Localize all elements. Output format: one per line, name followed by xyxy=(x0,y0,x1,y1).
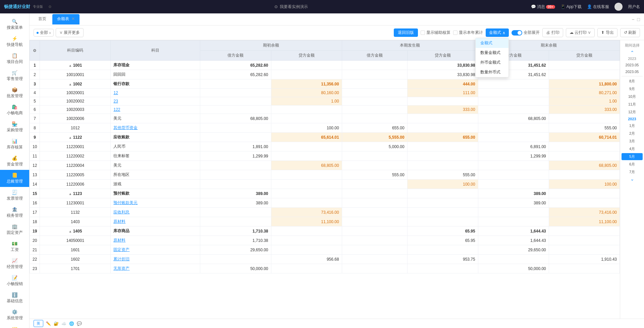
style-dropdown-button[interactable]: 金额式 ∧ 金额式 数量金额式 外币金额式 数量外币式 xyxy=(486,28,509,37)
tab-balance[interactable]: 余额表 ✕ xyxy=(52,14,79,24)
refresh-button[interactable]: ↺ 刷新 xyxy=(620,28,640,37)
user-avatar[interactable] xyxy=(614,3,623,11)
show-ytd-checkbox[interactable]: 显示本年累计 xyxy=(453,30,483,36)
row-subject[interactable]: 固定资产 xyxy=(111,245,200,255)
sidebar-item-search[interactable]: 🔍 搜索菜单 xyxy=(0,16,29,33)
month-4[interactable]: 4月 xyxy=(622,145,643,152)
month-5[interactable]: 5月 xyxy=(622,153,643,160)
month-9[interactable]: 9月 xyxy=(622,85,643,92)
row-code: 10020002 xyxy=(40,97,111,106)
expand-more-button[interactable]: ∨ 展开更多 xyxy=(56,28,84,37)
online-service[interactable]: 👤 在线客服 xyxy=(587,4,609,10)
row-subject[interactable]: 累计折旧 xyxy=(111,255,200,264)
row-subject[interactable]: 其他货币资金 xyxy=(111,123,200,133)
sidebar-item-ecommerce[interactable]: 🛍️ 小畅电商 xyxy=(0,102,29,119)
month-1[interactable]: 1月 xyxy=(622,122,643,129)
sidebar-item-ledger[interactable]: 📒 总账管理 xyxy=(0,170,29,187)
export-button[interactable]: ⬆ 导出 xyxy=(597,28,617,37)
sidebar-item-quicknav[interactable]: ⚡ 快捷导航 xyxy=(0,33,29,50)
style-option-qty-foreign[interactable]: 数量外币式 xyxy=(476,67,508,77)
month-12[interactable]: 12月 xyxy=(622,109,643,116)
demo-text[interactable]: 我要看实例演示 xyxy=(280,4,308,10)
row-subject[interactable]: 应收利息 xyxy=(111,208,200,217)
row-subject[interactable]: 12 xyxy=(111,89,200,97)
toolbar-left: 全部 › ∨ 展开更多 xyxy=(34,28,84,37)
row-subject[interactable]: 预付账款美元 xyxy=(111,198,200,208)
edit-icon[interactable]: ✏️ xyxy=(46,321,51,326)
row-opening-debit xyxy=(200,79,271,89)
sidebar-item-fixed-assets[interactable]: 🏢 固定资产 xyxy=(0,221,29,238)
month-3[interactable]: 3月 xyxy=(622,138,643,145)
row-subject[interactable]: 23 xyxy=(111,97,200,106)
cloud-icon-1[interactable]: ☁️ xyxy=(61,321,66,326)
style-option-amount[interactable]: 金额式 xyxy=(476,38,508,48)
tab-home[interactable]: 首页 xyxy=(34,14,51,24)
filter-all-tag[interactable]: 全部 › xyxy=(34,29,54,37)
sidebar-item-inventory[interactable]: 📊 库存核算 xyxy=(0,136,29,153)
style-option-foreign-amount[interactable]: 外币金额式 xyxy=(476,58,508,67)
month-11[interactable]: 11月 xyxy=(622,101,643,108)
sidebar-item-capital[interactable]: 💰 资金管理 xyxy=(0,153,29,170)
expand-all-toggle[interactable]: 全部展开 xyxy=(512,30,540,36)
settings-icon[interactable]: ⚙ xyxy=(48,5,52,9)
filter-all-label: 全部 xyxy=(40,30,48,36)
app-download[interactable]: 📱 App下载 xyxy=(560,4,582,10)
tab-close-icon[interactable]: ✕ xyxy=(71,16,75,21)
print-button[interactable]: 🖨 打印 xyxy=(542,28,563,37)
row-code: 11220002 xyxy=(40,151,111,161)
sidebar-item-wholesale[interactable]: 📦 批发管理 xyxy=(0,84,29,102)
row-subject[interactable]: 原材料 xyxy=(111,236,200,245)
month-7[interactable]: 7月 xyxy=(622,169,643,176)
username: 用户名 xyxy=(628,4,640,10)
ytd-checkbox-box[interactable] xyxy=(453,30,458,35)
lock-icon[interactable]: 🔐 xyxy=(54,321,59,326)
sidebar-item-expense[interactable]: 📝 小畅报销 xyxy=(0,272,29,289)
sidebar-item-collab[interactable]: 🤝 企业协同 xyxy=(0,324,29,328)
sidebar-item-invoice[interactable]: 🧾 发票管理 xyxy=(0,187,29,204)
row-number: 20 xyxy=(30,236,40,245)
row-opening-debit xyxy=(200,208,271,217)
tab-maximize-icon[interactable]: □ xyxy=(637,17,640,22)
cloud-icon-2[interactable]: 🌐 xyxy=(69,321,74,326)
return-old-button[interactable]: 退回旧版 xyxy=(394,28,418,37)
month-6[interactable]: 6月 xyxy=(622,161,643,168)
sidebar-item-system[interactable]: ⚙️ 系统管理 xyxy=(0,307,29,324)
tab-minimize-icon[interactable]: − xyxy=(632,17,634,22)
period-2023-05-item[interactable]: 2023.05 xyxy=(622,62,643,68)
sidebar-item-retail[interactable]: 🛒 零售管理 xyxy=(0,67,29,84)
table-row: 710020006美元68,805.0068,805.00 xyxy=(30,114,620,123)
row-closing-debit: 68,805.00 xyxy=(478,114,549,123)
row-opening-credit: 80,160.00 xyxy=(271,89,342,97)
month-2[interactable]: 2月 xyxy=(622,130,643,137)
table-right-wrapper: ⚙ 科目编码 科目 期初余额 本期发生额 期末余额 借方金额 贷方金额 借方金额… xyxy=(30,40,644,319)
month-10[interactable]: 10月 xyxy=(622,93,643,100)
chat-icon[interactable]: 💬 xyxy=(77,321,82,326)
col-settings-header[interactable]: ⚙ xyxy=(30,41,40,61)
sidebar-item-tax[interactable]: 🏦 税务管理 xyxy=(0,204,29,221)
lang-button[interactable]: 英 xyxy=(34,320,43,327)
sidebar-item-salary[interactable]: 💵 工资 xyxy=(0,238,29,255)
row-current-debit xyxy=(342,79,407,89)
scroll-up-icon[interactable]: ⌃ xyxy=(630,50,634,55)
toolbar-right: 退回旧版 显示辅助核算 显示本年累计 金额式 ∧ 金额式 数量金额式 xyxy=(394,28,640,37)
sidebar-item-operations[interactable]: 📈 经营管理 xyxy=(0,255,29,272)
assist-checkbox-box[interactable] xyxy=(421,30,425,35)
cloud-print-button[interactable]: ☁ 云打印 ∨ xyxy=(566,28,595,37)
row-closing-credit xyxy=(549,226,620,236)
sidebar-item-project[interactable]: 📋 项目合同 xyxy=(0,50,29,67)
table-container: ⚙ 科目编码 科目 期初余额 本期发生额 期末余额 借方金额 贷方金额 借方金额… xyxy=(30,40,620,319)
month-8[interactable]: 8月 xyxy=(622,78,643,85)
show-assist-checkbox[interactable]: 显示辅助核算 xyxy=(421,30,450,36)
sidebar-item-system-label: 系统管理 xyxy=(1,315,28,321)
sidebar-item-purchase[interactable]: 🏪 采购管理 xyxy=(0,119,29,136)
quicknav-icon: ⚡ xyxy=(1,36,28,41)
toggle-switch xyxy=(512,30,522,36)
message-area[interactable]: 💬 消息 99+ xyxy=(531,4,555,10)
period-2023-05-2-item[interactable]: 2023.05 xyxy=(622,69,643,75)
style-option-qty-amount[interactable]: 数量金额式 xyxy=(476,48,508,58)
row-subject[interactable]: 原材料 xyxy=(111,217,200,226)
scroll-down-icon[interactable]: ⌄ xyxy=(630,176,634,182)
sidebar-item-basic-info[interactable]: ℹ️ 基础信息 xyxy=(0,289,29,307)
row-subject[interactable]: 122 xyxy=(111,106,200,114)
row-subject[interactable]: 无形资产 xyxy=(111,264,200,273)
